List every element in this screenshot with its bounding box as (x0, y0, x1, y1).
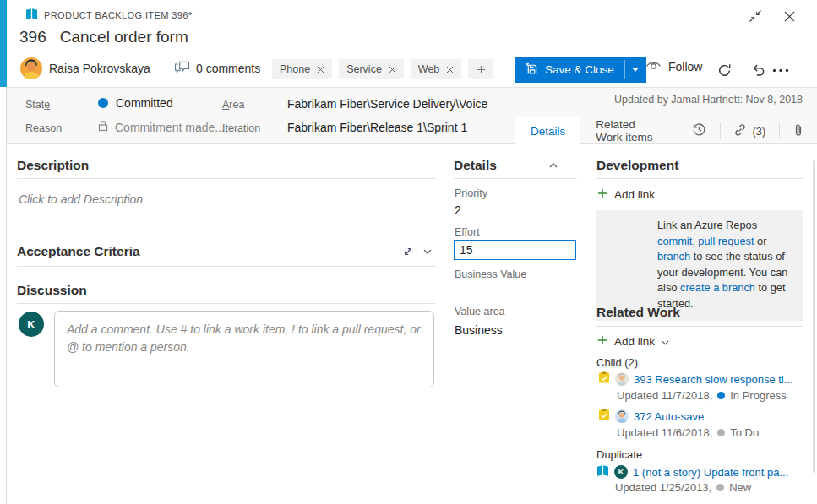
state-dot-committed (98, 98, 108, 108)
business-value-input[interactable] (454, 284, 576, 302)
tag-pill[interactable]: Phone (272, 59, 332, 79)
details-panel-heading: Details (454, 158, 497, 173)
discussion-comment-box (54, 311, 434, 387)
value-area-label: Value area (455, 306, 505, 317)
add-link-label: Add link (614, 188, 655, 201)
add-icon (597, 335, 607, 348)
tag-label: Phone (280, 63, 310, 75)
history-icon (692, 122, 706, 139)
related-work-item: 393 Research slow response ti... (598, 371, 793, 387)
work-item-link[interactable]: 393 Research slow response ti... (634, 373, 793, 386)
state-value: Committed (116, 96, 173, 110)
work-item-type-label: PRODUCT BACKLOG ITEM 396* (44, 10, 192, 20)
development-add-link-button[interactable]: Add link (597, 188, 655, 201)
chevron-up-icon[interactable] (547, 160, 559, 171)
remove-tag-icon[interactable] (317, 66, 324, 73)
work-item-meta: Updated 1/25/2013, New (615, 481, 751, 494)
tag-label: Service (346, 63, 382, 75)
tab-history[interactable] (678, 117, 720, 144)
tab-strip: Details Related Work items (3) (515, 117, 817, 144)
save-and-close-label: Save & Close (545, 63, 614, 76)
effort-input[interactable] (454, 240, 576, 260)
divider (596, 178, 803, 179)
iteration-value[interactable]: Fabrikam Fiber\Release 1\Sprint 1 (287, 121, 467, 134)
updated-text: Updated 11/6/2018, (617, 426, 712, 439)
follow-label: Follow (668, 60, 702, 73)
follow-button[interactable]: Follow (645, 60, 702, 73)
assignee-field[interactable]: Raisa Pokrovskaya (20, 57, 150, 79)
state-dot-new (716, 484, 724, 491)
description-placeholder[interactable]: Click to add Description (19, 192, 143, 206)
save-and-close-button[interactable]: Save & Close (515, 57, 624, 83)
description-heading: Description (17, 158, 89, 173)
related-group-label: Duplicate (596, 448, 642, 461)
remove-tag-icon[interactable] (389, 66, 396, 73)
value-area-value[interactable]: Business (455, 323, 503, 337)
attachment-icon (793, 123, 803, 139)
scrollbar[interactable] (813, 160, 815, 473)
related-group-label: Child (2) (596, 356, 638, 369)
related-work-add-link-button[interactable]: Add link (597, 335, 669, 348)
create-branch-link[interactable]: create a branch (680, 281, 755, 294)
divider (17, 266, 436, 267)
comment-icon (174, 61, 190, 76)
work-item-link[interactable]: 1 (not a story) Update front pa... (633, 466, 788, 479)
branch-link[interactable]: branch (657, 250, 690, 263)
divider (454, 178, 577, 179)
comments-button[interactable]: 0 comments (174, 61, 260, 76)
chevron-down-icon (662, 335, 669, 348)
comments-count-label: 0 comments (196, 62, 260, 75)
assignee-avatar (20, 57, 42, 79)
tab-links[interactable]: (3) (720, 117, 779, 144)
tab-attachments[interactable] (780, 117, 817, 144)
business-value-label: Business Value (455, 268, 526, 280)
remove-tag-icon[interactable] (446, 66, 454, 73)
comment-input[interactable] (55, 312, 433, 387)
add-tag-button[interactable] (468, 59, 493, 79)
priority-value[interactable]: 2 (455, 203, 461, 217)
state-field[interactable]: Committed (98, 96, 173, 110)
work-item-type-bar: PRODUCT BACKLOG ITEM 396* (25, 8, 192, 23)
work-item-title-text: Cancel order form (60, 28, 188, 46)
undo-icon[interactable] (749, 61, 767, 79)
area-value[interactable]: Fabrikam Fiber\Service Delivery\Voice (287, 97, 487, 111)
save-options-dropdown[interactable] (625, 57, 646, 83)
commit-link[interactable]: commit, (657, 235, 695, 247)
tab-related-work-items[interactable]: Related Work items (580, 117, 678, 144)
tab-details[interactable]: Details (515, 117, 580, 144)
task-icon (598, 371, 610, 387)
tag-label: Web (418, 63, 439, 75)
work-item-type-color-bar (0, 0, 7, 87)
save-and-close-split-button: Save & Close (515, 57, 646, 83)
state-text: To Do (730, 426, 759, 439)
refresh-icon[interactable] (715, 61, 733, 79)
work-item-meta: Updated 11/6/2018, To Do (617, 426, 759, 439)
state-label: State (25, 99, 50, 111)
pull-request-link[interactable]: pull request (698, 235, 754, 247)
add-icon (597, 188, 607, 201)
follow-eye-icon (645, 60, 662, 73)
more-actions-icon[interactable] (771, 64, 791, 76)
priority-label: Priority (455, 187, 487, 199)
restore-window-icon[interactable] (747, 8, 764, 24)
effort-label: Effort (455, 226, 480, 238)
links-count: (3) (752, 125, 765, 138)
state-text: New (729, 481, 751, 494)
acceptance-criteria-heading: Acceptance Criteria (17, 244, 140, 259)
hint-text: Link an Azure Repos (657, 219, 757, 231)
tag-pill[interactable]: Service (339, 59, 404, 79)
chevron-down-icon[interactable] (422, 247, 433, 257)
updated-text: Updated 1/25/2013, (615, 481, 711, 494)
iteration-label: Iteration (222, 122, 260, 134)
avatar (615, 372, 629, 386)
related-work-item: K 1 (not a story) Update front pa... (596, 464, 788, 480)
work-item-link[interactable]: 372 Auto-save (634, 410, 704, 423)
assignee-name: Raisa Pokrovskaya (49, 62, 150, 75)
expand-icon[interactable] (400, 244, 416, 259)
close-icon[interactable] (781, 8, 798, 24)
reason-value: Commitment made... (115, 121, 225, 134)
tag-pill[interactable]: Web (411, 59, 461, 79)
area-label: Area (222, 99, 244, 111)
divider (596, 326, 803, 327)
work-item-title[interactable]: 396 Cancel order form (19, 28, 188, 46)
